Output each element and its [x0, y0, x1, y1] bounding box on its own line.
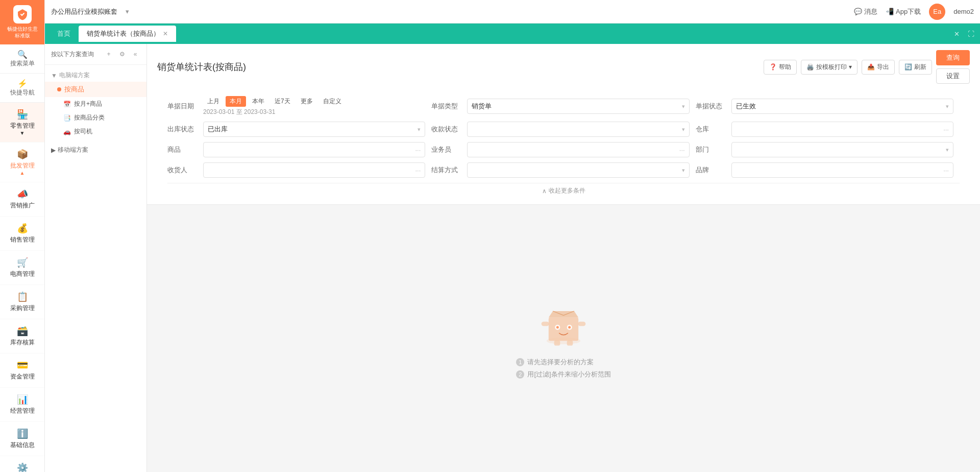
collapse-panel-btn[interactable]: «: [130, 49, 140, 59]
sidebar-item-ecommerce[interactable]: 🛒 电商管理: [0, 251, 44, 285]
sidebar-item-purchase[interactable]: 📋 采购管理: [0, 285, 44, 319]
refresh-btn[interactable]: 🔄 刷新: [899, 60, 932, 75]
add-scheme-btn[interactable]: +: [104, 49, 114, 59]
messages-label: 消息: [864, 7, 877, 16]
goods-label: 商品: [167, 145, 203, 154]
date-tab-current-month[interactable]: 本月: [226, 96, 246, 107]
print-icon: 🖨️: [806, 63, 814, 70]
tab-close-btn[interactable]: ✕: [163, 30, 168, 37]
logo-icon: [13, 5, 32, 23]
maximize-window-btn[interactable]: ⛶: [966, 29, 976, 39]
finance-icon: 💳: [17, 360, 28, 371]
sidebar-item-retail[interactable]: 🏪 零售管理 ▼: [0, 103, 44, 143]
payment-select[interactable]: ▾: [467, 162, 689, 178]
top-bar: 办公用品行业模拟账套 ▾ 💬 消息 📲 App下载 Ea demo2: [45, 0, 980, 23]
tree-item-by-goods-label: 按商品: [64, 85, 84, 94]
industry-dropdown-icon[interactable]: ▾: [126, 8, 129, 15]
active-dot-icon: [57, 87, 61, 91]
purchase-icon: 📋: [17, 291, 28, 302]
wholesale-icon: 📦: [17, 149, 28, 160]
window-controls: ✕ ⛶: [951, 29, 976, 39]
date-range-text: 2023-03-01 至 2023-03-31: [203, 108, 425, 116]
category-icon: 📑: [63, 114, 71, 122]
pc-group-label: ▼ 电脑端方案: [45, 69, 146, 82]
tab-home[interactable]: 首页: [49, 26, 79, 42]
dept-select[interactable]: ▾: [731, 142, 953, 157]
salesperson-input[interactable]: ···: [467, 142, 689, 157]
tip-num-2: 2: [516, 370, 524, 379]
left-panel-header: 按以下方案查询 + ⚙ «: [45, 44, 146, 65]
collapse-more-btn[interactable]: ∧ 收起更多条件: [167, 183, 960, 198]
receive-status-select[interactable]: ▾: [467, 122, 689, 137]
sidebar-item-wholesale-label: 批发管理: [10, 161, 35, 170]
tree-item-by-goods[interactable]: 按商品: [45, 82, 146, 97]
content-area: 按以下方案查询 + ⚙ « ▼ 电脑端方案 按商品 📅 按月+商品: [45, 44, 980, 472]
date-tab-prev-month[interactable]: 上月: [203, 96, 224, 107]
sidebar-item-basic[interactable]: ℹ️ 基础信息: [0, 422, 44, 456]
date-tabs-row: 上月 本月 本年 近7天 更多 自定义: [203, 96, 425, 107]
date-tab-7days[interactable]: 近7天: [271, 96, 295, 107]
out-status-label: 出库状态: [167, 125, 203, 134]
help-btn[interactable]: ❓ 帮助: [764, 60, 797, 75]
month-goods-icon: 📅: [63, 101, 71, 108]
export-btn[interactable]: 📤 导出: [862, 60, 895, 75]
out-status-select[interactable]: 已出库 ▾: [203, 122, 425, 137]
sidebar-item-inventory[interactable]: 🗃️ 库存核算: [0, 319, 44, 353]
warehouse-dots-icon: ···: [943, 126, 949, 133]
doc-type-select[interactable]: 销货单 ▾: [467, 99, 689, 114]
cashier-icon: 🚗: [63, 128, 71, 135]
date-tab-more[interactable]: 更多: [297, 96, 317, 107]
warehouse-input[interactable]: ···: [731, 122, 953, 137]
warehouse-cell: 仓库 ···: [696, 122, 960, 137]
date-tab-custom[interactable]: 自定义: [319, 96, 346, 107]
query-btn[interactable]: 查询: [936, 50, 970, 65]
quick-nav[interactable]: ⚡ 快捷导航: [0, 74, 44, 103]
tree-sub-item-category[interactable]: 📑 按商品分类: [45, 111, 146, 125]
date-tab-current-year[interactable]: 本年: [248, 96, 268, 107]
empty-tip-2: 2 用[过滤]条件来缩小分析范围: [516, 370, 610, 379]
tree-sub-month-goods-label: 按月+商品: [74, 100, 102, 108]
svg-rect-9: [567, 340, 573, 345]
search-menu[interactable]: 🔍 搜索菜单: [0, 44, 44, 74]
print-btn[interactable]: 🖨️ 按模板打印 ▾: [801, 60, 857, 75]
sidebar-item-marketing-label: 营销推广: [10, 201, 35, 210]
tree-sub-cashier-label: 按司机: [74, 127, 92, 136]
page-actions: ❓ 帮助 🖨️ 按模板打印 ▾ 📤 导出 �: [764, 50, 970, 84]
sidebar-item-ops[interactable]: 📊 经营管理: [0, 388, 44, 422]
tree-sub-item-cashier[interactable]: 🚗 按司机: [45, 125, 146, 138]
doc-status-select[interactable]: 已生效 ▾: [731, 99, 953, 114]
app-download-btn[interactable]: 📲 App下载: [886, 7, 921, 16]
inventory-icon: 🗃️: [17, 325, 28, 337]
chevron-right-icon: ▼: [51, 72, 57, 79]
close-window-btn[interactable]: ✕: [951, 29, 962, 39]
empty-state: 1 请先选择要分析的方案 2 用[过滤]条件来缩小分析范围: [516, 298, 610, 379]
sidebar-item-wholesale[interactable]: 📦 批发管理 ▲: [0, 143, 44, 182]
sidebar-item-sales[interactable]: 💰 销售管理: [0, 217, 44, 251]
filter-settings-btn[interactable]: 设置: [936, 68, 970, 84]
sidebar-item-marketing[interactable]: 📣 营销推广: [0, 182, 44, 217]
sidebar-item-ecommerce-label: 电商管理: [10, 270, 35, 278]
goods-cell: 商品 ···: [167, 142, 431, 157]
recipient-input[interactable]: ···: [203, 162, 425, 178]
goods-input[interactable]: ···: [203, 142, 425, 157]
out-status-cell: 出库状态 已出库 ▾: [167, 122, 431, 137]
tree-sub-item-month-goods[interactable]: 📅 按月+商品: [45, 97, 146, 111]
svg-rect-7: [578, 321, 585, 325]
mobile-group[interactable]: ▶ 移动端方案: [45, 143, 146, 157]
sidebar-item-system[interactable]: ⚙️ 系统管理: [0, 456, 44, 472]
payment-chevron-icon: ▾: [682, 167, 685, 174]
sidebar-item-finance[interactable]: 💳 资金管理: [0, 353, 44, 388]
main-area: 办公用品行业模拟账套 ▾ 💬 消息 📲 App下载 Ea demo2 首页 销货…: [45, 0, 980, 472]
mobile-group-label: 移动端方案: [58, 146, 88, 154]
page-title: 销货单统计表(按商品): [157, 61, 246, 73]
brand-input[interactable]: ···: [731, 162, 953, 178]
messages-btn[interactable]: 💬 消息: [854, 7, 877, 16]
sidebar-item-retail-label: 零售管理: [10, 122, 35, 130]
sidebar-item-purchase-label: 采购管理: [10, 304, 35, 313]
app-version: 标准版: [15, 32, 30, 39]
settings-scheme-btn[interactable]: ⚙: [117, 49, 127, 59]
print-chevron-icon: ▾: [849, 63, 852, 70]
tab-sales-stats[interactable]: 销货单统计表（按商品） ✕: [79, 26, 176, 42]
quick-nav-label: 快捷导航: [10, 88, 35, 97]
user-avatar[interactable]: Ea: [929, 4, 945, 20]
